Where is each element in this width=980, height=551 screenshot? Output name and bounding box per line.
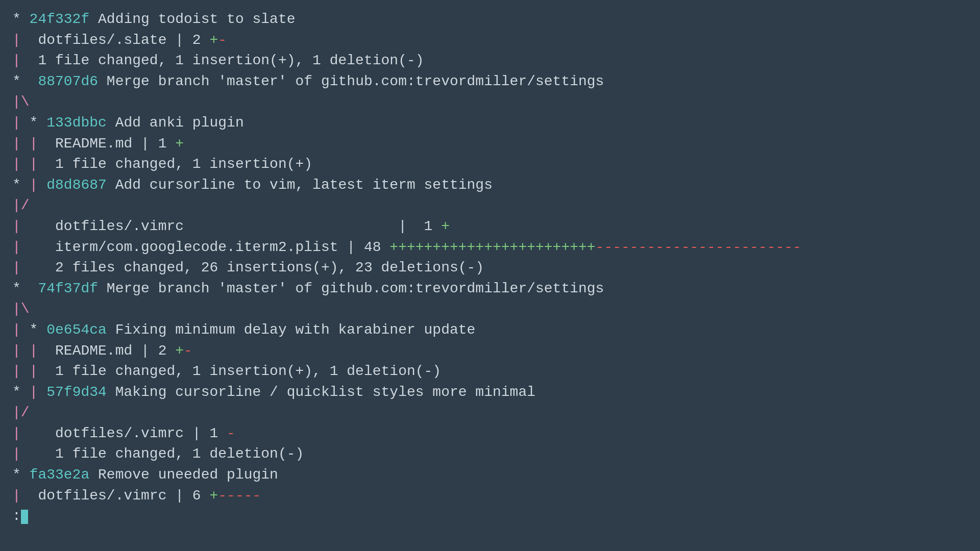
terminal-text-segment: + [175, 136, 184, 152]
terminal-text-segment: 24f332f [30, 11, 90, 27]
terminal-text-segment: | [12, 53, 21, 68]
terminal-text-segment: | [12, 446, 21, 462]
terminal-text-segment: | [12, 156, 30, 172]
terminal-text-segment: ----- [218, 488, 261, 504]
terminal-text-segment: | [12, 32, 21, 48]
terminal-line: : [12, 506, 968, 527]
terminal-line: * fa33e2a Remove uneeded plugin [12, 465, 968, 486]
terminal-text-segment: |/ [12, 405, 30, 420]
terminal-text-segment: | [12, 488, 21, 504]
terminal-text-segment: : [12, 508, 21, 524]
terminal-text-segment: | [30, 384, 47, 400]
terminal-text-segment: + [209, 32, 218, 48]
terminal-text-segment: dotfiles/.vimrc | 1 [21, 218, 441, 234]
terminal-line: | | 1 file changed, 1 insertion(+), 1 de… [12, 361, 968, 382]
terminal-line: | dotfiles/.vimrc | 1 - [12, 423, 968, 444]
terminal-text-segment: |\ [12, 94, 30, 110]
terminal-line: |\ [12, 92, 968, 113]
terminal-line: | dotfiles/.vimrc | 6 +----- [12, 486, 968, 507]
terminal-text-segment: * [12, 467, 30, 483]
terminal-line: | dotfiles/.slate | 2 +- [12, 30, 968, 51]
terminal-text-segment: | [12, 363, 30, 379]
terminal-line: | | README.md | 1 + [12, 134, 968, 155]
terminal-text-segment: Add anki plugin [107, 115, 244, 131]
terminal-text-segment: | [12, 115, 30, 131]
terminal-text-segment: Fixing minimum delay with karabiner upda… [107, 322, 476, 338]
terminal-cursor [21, 510, 28, 524]
terminal-text-segment: 1 file changed, 1 deletion(-) [21, 446, 304, 462]
terminal-text-segment: |/ [12, 197, 30, 213]
terminal-text-segment: Making cursorline / quicklist styles mor… [107, 384, 535, 400]
terminal-text-segment: Merge branch 'master' of github.com:trev… [98, 73, 604, 89]
terminal-text-segment: dotfiles/.vimrc | 1 [21, 425, 227, 441]
terminal-line: * 74f37df Merge branch 'master' of githu… [12, 279, 968, 299]
terminal-text-segment: README.md | 2 [38, 343, 175, 359]
terminal-output: * 24f332f Adding todoist to slate| dotfi… [12, 9, 968, 527]
terminal-text-segment: | [12, 322, 30, 338]
terminal-text-segment: | [12, 136, 30, 152]
terminal-line: * 24f332f Adding todoist to slate [12, 9, 968, 30]
terminal-line: |/ [12, 195, 968, 216]
terminal-line: | 2 files changed, 26 insertions(+), 23 … [12, 258, 968, 279]
terminal-line: | iterm/com.googlecode.iterm2.plist | 48… [12, 237, 968, 258]
terminal-text-segment: 133dbbc [46, 115, 107, 131]
terminal-text-segment: 57f9d34 [46, 384, 107, 400]
terminal-line: |\ [12, 299, 968, 320]
terminal-line: * 88707d6 Merge branch 'master' of githu… [12, 71, 968, 92]
terminal-text-segment: + [209, 488, 218, 504]
terminal-text-segment: | [12, 425, 21, 441]
terminal-text-segment: dotfiles/.vimrc | 6 [21, 488, 210, 504]
terminal-text-segment: Merge branch 'master' of github.com:trev… [98, 281, 604, 296]
terminal-text-segment: 74f37df [38, 281, 98, 296]
terminal-text-segment: + [175, 343, 184, 359]
terminal-text-segment: fa33e2a [30, 467, 90, 483]
terminal-line: | 1 file changed, 1 deletion(-) [12, 444, 968, 465]
terminal-text-segment: * [12, 384, 30, 400]
terminal-text-segment: 1 file changed, 1 insertion(+) [38, 156, 312, 172]
terminal-text-segment: | [30, 136, 38, 152]
terminal-text-segment: - [227, 425, 235, 441]
terminal-text-segment: ------------------------ [596, 239, 801, 255]
terminal-text-segment: | [30, 363, 38, 379]
terminal-text-segment: | [12, 239, 21, 255]
terminal-text-segment: | [30, 156, 38, 172]
terminal-line: | * 133dbbc Add anki plugin [12, 113, 968, 134]
terminal-text-segment: - [184, 343, 192, 359]
terminal-text-segment: ++++++++++++++++++++++++ [389, 239, 595, 255]
terminal-text-segment: * [30, 322, 47, 338]
terminal-line: | dotfiles/.vimrc | 1 + [12, 216, 968, 237]
terminal-text-segment: * [12, 177, 30, 193]
terminal-line: | | 1 file changed, 1 insertion(+) [12, 154, 968, 175]
terminal-text-segment: * [12, 73, 38, 89]
terminal-text-segment: - [218, 32, 227, 48]
terminal-text-segment: | [30, 343, 38, 359]
terminal-text-segment: | [12, 260, 21, 276]
terminal-line: | 1 file changed, 1 insertion(+), 1 dele… [12, 51, 968, 71]
terminal-text-segment: | [12, 343, 30, 359]
terminal-text-segment: |\ [12, 301, 30, 317]
terminal-text-segment: | [30, 177, 47, 193]
terminal-text-segment: * [12, 281, 38, 296]
terminal-text-segment: 0e654ca [46, 322, 107, 338]
terminal-line: | | README.md | 2 +- [12, 341, 968, 362]
terminal-text-segment: + [441, 218, 450, 234]
terminal-line: * | d8d8687 Add cursorline to vim, lates… [12, 175, 968, 196]
terminal-text-segment: 2 files changed, 26 insertions(+), 23 de… [21, 260, 484, 276]
terminal-text-segment: * [12, 11, 30, 27]
terminal-window: * 24f332f Adding todoist to slate| dotfi… [12, 9, 968, 542]
terminal-text-segment: 1 file changed, 1 insertion(+), 1 deleti… [38, 363, 441, 379]
terminal-text-segment: Remove uneeded plugin [89, 467, 278, 483]
terminal-text-segment: Adding todoist to slate [89, 11, 295, 27]
terminal-text-segment: 88707d6 [38, 73, 98, 89]
terminal-text-segment: d8d8687 [46, 177, 107, 193]
terminal-line: |/ [12, 403, 968, 423]
terminal-text-segment: iterm/com.googlecode.iterm2.plist | 48 [21, 239, 390, 255]
terminal-text-segment: Add cursorline to vim, latest iterm sett… [107, 177, 493, 193]
terminal-line: * | 57f9d34 Making cursorline / quicklis… [12, 382, 968, 403]
terminal-line: | * 0e654ca Fixing minimum delay with ka… [12, 320, 968, 341]
terminal-text-segment: * [30, 115, 47, 131]
terminal-text-segment: 1 file changed, 1 insertion(+), 1 deleti… [21, 53, 424, 68]
terminal-text-segment: dotfiles/.slate | 2 [21, 32, 210, 48]
terminal-text-segment: | [12, 218, 21, 234]
terminal-text-segment: README.md | 1 [38, 136, 175, 152]
